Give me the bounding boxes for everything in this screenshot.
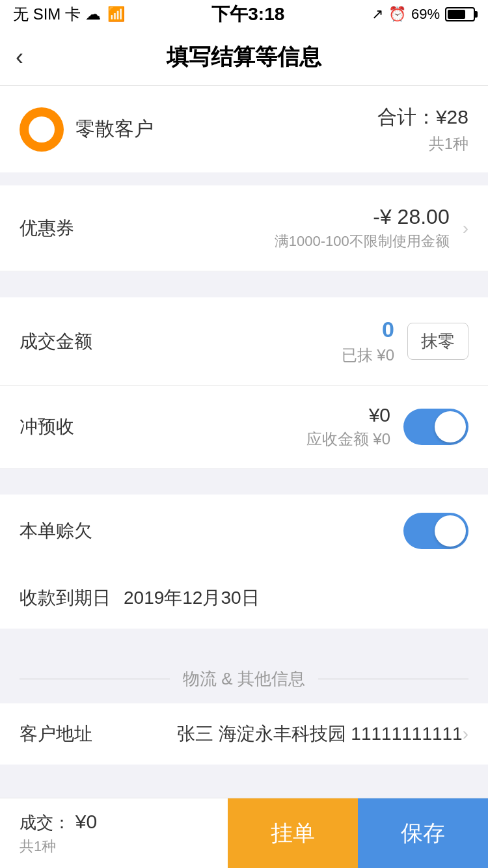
prepay-label: 冲预收 <box>20 414 98 439</box>
logistics-line-right <box>318 679 468 679</box>
logistics-label: 物流 & 其他信息 <box>183 668 305 690</box>
due-date-label: 收款到期日 <box>20 586 111 610</box>
total-amount: ¥28 <box>436 106 468 128</box>
logistics-header: 物流 & 其他信息 <box>0 655 488 703</box>
deal-amount-section: 成交金额 0 已抹 ¥0 抹零 冲预收 ¥0 应收金额 ¥0 <box>0 297 488 468</box>
prepay-receivable: 应收金额 ¥0 <box>306 429 390 450</box>
due-date-value: 2019年12月30日 <box>124 586 260 610</box>
total-label: 合计： <box>377 106 436 128</box>
already-rounded: 已抹 ¥0 <box>342 345 394 366</box>
save-button[interactable]: 保存 <box>358 798 488 869</box>
customer-row: 零散客户 合计：¥28 共1种 <box>0 86 488 172</box>
prepay-right: ¥0 应收金额 ¥0 <box>306 404 468 450</box>
customer-left: 零散客户 <box>20 107 154 152</box>
section-divider-3 <box>0 642 488 655</box>
total-count: 共1种 <box>377 133 468 154</box>
total-price: 合计：¥28 <box>377 104 468 131</box>
prepay-toggle[interactable] <box>403 409 468 445</box>
battery-icon <box>445 7 475 21</box>
address-row[interactable]: 客户地址 张三 海淀永丰科技园 11111111111 › <box>0 703 488 765</box>
status-time: 下午3:18 <box>211 2 284 27</box>
bottom-bar: 成交： ¥0 共1种 挂单 保存 <box>0 798 488 868</box>
customer-name: 零散客户 <box>75 116 154 142</box>
page-title: 填写结算等信息 <box>167 42 321 72</box>
deal-amount-value: 0 <box>342 317 394 342</box>
bottom-deal-value: ¥0 <box>75 811 97 832</box>
battery-percent: 69% <box>411 6 440 23</box>
coupon-description: 满1000-100不限制使用金额 <box>275 232 450 251</box>
sim-status: 无 SIM 卡 ☁ <box>13 4 101 25</box>
bottom-summary: 成交： ¥0 共1种 <box>0 811 228 856</box>
bottom-count: 共1种 <box>20 837 208 856</box>
address-label: 客户地址 <box>20 722 98 746</box>
logistics-line-left <box>20 679 170 679</box>
bottom-deal-line: 成交： ¥0 <box>20 811 208 834</box>
coupon-right: -¥ 28.00 满1000-100不限制使用金额 › <box>275 205 468 251</box>
section-divider-1 <box>0 284 488 297</box>
deal-amount-values: 0 已抹 ¥0 <box>342 317 394 366</box>
coupon-discount: -¥ 28.00 <box>275 205 450 229</box>
debt-row: 本单赊欠 <box>0 495 488 567</box>
section-divider-2 <box>0 481 488 495</box>
avatar-icon <box>29 116 55 142</box>
coupon-label: 优惠券 <box>20 216 98 241</box>
address-section: 客户地址 张三 海淀永丰科技园 11111111111 › <box>0 703 488 765</box>
deal-amount-row: 成交金额 0 已抹 ¥0 抹零 <box>0 297 488 386</box>
customer-right: 合计：¥28 共1种 <box>377 104 468 154</box>
alarm-icon: ⏰ <box>388 6 406 23</box>
debt-toggle[interactable] <box>403 513 468 549</box>
prepay-amount: ¥0 <box>306 404 390 426</box>
due-date-row: 收款到期日 2019年12月30日 <box>0 567 488 629</box>
prepay-values: ¥0 应收金额 ¥0 <box>306 404 390 450</box>
prepay-row: 冲预收 ¥0 应收金额 ¥0 <box>0 386 488 468</box>
nav-bar: ‹ 填写结算等信息 <box>0 29 488 86</box>
address-chevron-icon: › <box>463 724 468 744</box>
avatar <box>20 107 64 152</box>
address-value: 张三 海淀永丰科技园 11111111111 <box>111 722 463 746</box>
status-bar: 无 SIM 卡 ☁ 📶 下午3:18 ↗ ⏰ 69% <box>0 0 488 29</box>
back-button[interactable]: ‹ <box>16 44 23 71</box>
coupon-section: 优惠券 -¥ 28.00 满1000-100不限制使用金额 › <box>0 185 488 271</box>
deal-amount-label: 成交金额 <box>20 329 98 354</box>
debt-label: 本单赊欠 <box>20 519 98 543</box>
coupon-row[interactable]: 优惠券 -¥ 28.00 满1000-100不限制使用金额 › <box>0 185 488 271</box>
wifi-icon: 📶 <box>107 6 125 23</box>
bottom-deal-label: 成交： <box>20 813 70 832</box>
location-icon: ↗ <box>372 6 383 23</box>
status-right: ↗ ⏰ 69% <box>372 6 475 23</box>
coupon-value: -¥ 28.00 满1000-100不限制使用金额 <box>275 205 450 251</box>
debt-section: 本单赊欠 收款到期日 2019年12月30日 <box>0 495 488 629</box>
deal-amount-right: 0 已抹 ¥0 抹零 <box>342 317 468 366</box>
round-zero-button[interactable]: 抹零 <box>407 323 468 360</box>
chevron-right-icon: › <box>463 218 468 239</box>
status-left: 无 SIM 卡 ☁ 📶 <box>13 4 125 25</box>
content-area: 零散客户 合计：¥28 共1种 优惠券 -¥ 28.00 满1000-100不限… <box>0 86 488 856</box>
hang-button[interactable]: 挂单 <box>228 798 358 869</box>
